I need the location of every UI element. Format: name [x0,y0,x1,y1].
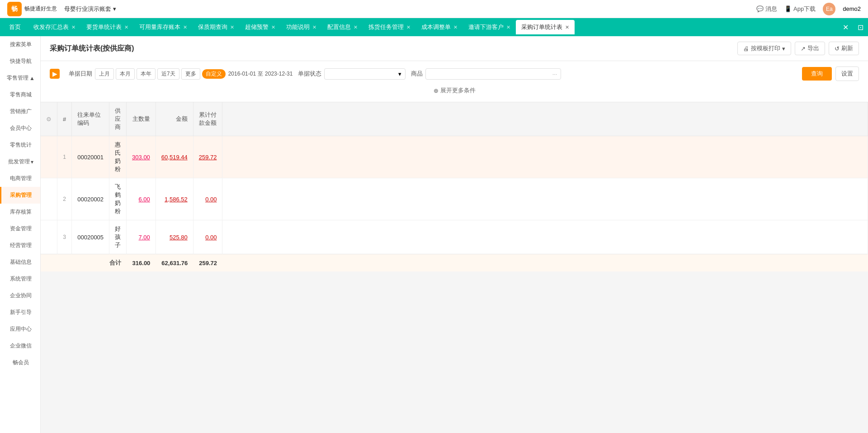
row-num-cell: 3 [57,220,72,254]
expand-more-icon: ⊕ [434,87,439,94]
row-amount-cell[interactable]: 525.80 [156,220,193,254]
page-title: 采购订单统计表(按供应商) [50,44,134,53]
filter-settings-button[interactable]: 设置 [835,67,859,81]
logo: 畅 畅捷通好生意 [7,2,57,16]
user-name[interactable]: demo2 [843,5,861,12]
sidebar-item-dianshang[interactable]: 电商管理 [0,170,40,187]
query-button[interactable]: 查询 [802,67,832,81]
filter-date-gengduo-button[interactable]: 更多 [181,68,200,80]
filter-date-zidingyi-tag[interactable]: 自定义 [202,69,226,79]
tab-shofafa-close-icon[interactable]: ✕ [71,24,75,30]
sidebar-item-jingying[interactable]: 经营管理 [0,237,40,254]
message-button[interactable]: 💬 消息 [756,5,777,13]
table-row: 2 00020002 飞鹤奶粉 6.00 1,586.52 0.00 [41,178,868,220]
tab-yaoqing-close-icon[interactable]: ✕ [506,24,510,30]
tab-gongnengshuoming[interactable]: 功能说明 ✕ [281,20,322,34]
row-extra-cell [222,178,868,220]
sidebar-item-caigou[interactable]: 采购管理 [0,187,40,204]
filter-date-jin7-button[interactable]: 近7天 [157,68,179,80]
footer-settings-cell [41,254,57,272]
nav-close-icon[interactable]: ✕ [840,23,851,32]
tab-gongnengshuoming-close-icon[interactable]: ✕ [312,24,316,30]
nav-maximize-icon[interactable]: ⊡ [855,23,866,32]
row-num-cell: 2 [57,178,72,220]
tab-yaohuo[interactable]: 要货单统计表 ✕ [81,20,134,34]
filter-toggle-icon[interactable]: ▶ [50,69,60,79]
filter-status-item: 单据状态 ▾ [298,68,406,80]
table-row: 3 00020005 好孩子 7.00 525.80 0.00 [41,220,868,254]
row-supplier-cell: 好孩子 [109,220,127,254]
tab-peizhi[interactable]: 配置信息 ✕ [322,20,363,34]
filter-goods-input[interactable] [429,71,552,77]
sidebar-item-lingshao[interactable]: 零售管理 ▲ [0,70,40,86]
tab-tuohuo[interactable]: 拣货任务管理 ✕ [363,20,416,34]
filter-status-select[interactable]: ▾ [324,68,406,80]
app-download-button[interactable]: 📱 App下载 [784,5,816,13]
sidebar-item-huiyuan[interactable]: 会员中心 [0,120,40,137]
sidebar-item-search[interactable]: 搜索英单 [0,36,40,53]
expand-more-button[interactable]: ⊕ 展开更多条件 [428,85,481,96]
tab-chengben-close-icon[interactable]: ✕ [453,24,458,30]
tab-keyong[interactable]: 可用量库存账本 ✕ [134,20,193,34]
row-paid-cell[interactable]: 259.72 [193,136,222,178]
row-num-cell: 1 [57,136,72,178]
tab-caigou-close-icon[interactable]: ✕ [565,24,569,30]
sidebar-item-yingxiao[interactable]: 营销推广 [0,103,40,120]
sidebar-item-yingyong[interactable]: 应用中心 [0,321,40,338]
home-label: 首页 [9,23,21,31]
pifa-chevron-icon: ▾ [31,159,33,165]
filter-expand-row: ⊕ 展开更多条件 [50,85,859,96]
export-icon: ↗ [801,45,806,52]
sidebar-item-pifa[interactable]: 批发管理 ▾ [0,153,40,170]
nav-end: ✕ ⊡ [840,23,866,32]
tab-shofafa[interactable]: 收发存汇总表 ✕ [28,20,81,34]
tab-baozhi-close-icon[interactable]: ✕ [230,24,234,30]
filter-goods-dots-icon[interactable]: ··· [552,71,557,77]
tab-chengben[interactable]: 成本调整单 ✕ [416,20,463,34]
app-label: App下载 [793,5,816,13]
tab-peizhi-close-icon[interactable]: ✕ [354,24,358,30]
filter-status-label: 单据状态 [298,70,321,78]
footer-extra-cell [222,254,868,272]
logo-text: 畅捷通好生意 [24,5,57,12]
table-body: 1 00020001 惠氏奶粉 303.00 60,519.44 259.72 … [41,136,868,254]
row-extra-cell [222,136,868,178]
row-amount-cell[interactable]: 1,586.52 [156,178,193,220]
print-button[interactable]: 🖨 按模板打印 ▾ [737,42,791,55]
workspace-selector[interactable]: 母婴行业演示账套 ▾ [61,5,120,13]
sidebar-item-changhui[interactable]: 畅会员 [0,354,40,371]
col-settings[interactable]: ⚙ [41,102,57,136]
filter-date-bennian-button[interactable]: 本年 [137,68,156,80]
sidebar-item-jichu[interactable]: 基础信息 [0,254,40,271]
col-code-header: 往来单位编码 [72,102,109,136]
sidebar-item-kuaijie[interactable]: 快捷导航 [0,53,40,70]
sidebar-item-xinshou[interactable]: 新手引导 [0,304,40,321]
tab-chaochui-close-icon[interactable]: ✕ [271,24,275,30]
avatar[interactable]: Ea [823,3,835,15]
tab-yaohuo-close-icon[interactable]: ✕ [124,24,128,30]
tab-keyong-close-icon[interactable]: ✕ [183,24,187,30]
sidebar-item-xitong[interactable]: 系统管理 [0,271,40,287]
filter-goods-item: 商品 ··· [411,68,561,80]
tab-yaoqing[interactable]: 邀请下游客户 ✕ [463,20,516,34]
tab-chaochui[interactable]: 超储预警 ✕ [240,20,281,34]
sidebar-item-qiye-xietong[interactable]: 企业协同 [0,287,40,304]
sidebar-item-lingshao-tongji[interactable]: 零售统计 [0,137,40,153]
row-paid-cell[interactable]: 0.00 [193,220,222,254]
sidebar-item-qiye-weixin[interactable]: 企业微信 [0,338,40,354]
refresh-button[interactable]: ↺ 刷新 [829,42,859,55]
export-button[interactable]: ↗ 导出 [795,42,825,55]
sidebar-item-lingshao-shangcheng[interactable]: 零售商城 [0,86,40,103]
tab-tuohuo-close-icon[interactable]: ✕ [406,24,410,30]
filter-date-from: 2016-01-01 [228,71,256,77]
tab-caigou[interactable]: 采购订单统计表 ✕ [516,20,575,34]
sidebar-item-kucun[interactable]: 库存核算 [0,204,40,220]
row-paid-cell[interactable]: 0.00 [193,178,222,220]
page-header: 采购订单统计表(按供应商) 🖨 按模板打印 ▾ ↗ 导出 ↺ 刷新 [41,36,868,61]
filter-date-ben-button[interactable]: 本月 [116,68,135,80]
tab-baozhi[interactable]: 保质期查询 ✕ [193,20,240,34]
nav-home-tab[interactable]: 首页 [2,20,28,34]
sidebar-item-zijin[interactable]: 资金管理 [0,220,40,237]
filter-date-shang-button[interactable]: 上月 [95,68,114,80]
row-amount-cell[interactable]: 60,519.44 [156,136,193,178]
